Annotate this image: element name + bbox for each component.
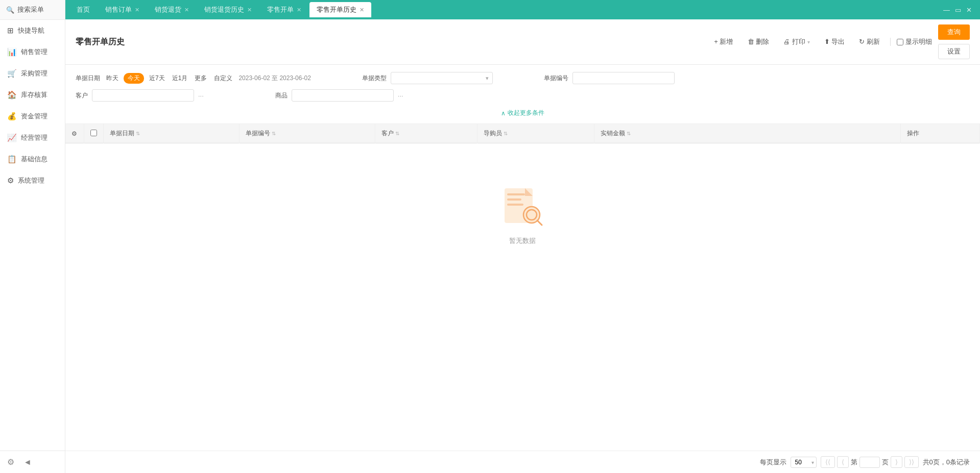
sidebar-search[interactable]: 🔍 搜索采单 — [0, 0, 65, 20]
tab-sales-return-history[interactable]: 销货退货历史 ✕ — [197, 2, 259, 17]
col-settings[interactable]: ⚙ — [65, 124, 84, 143]
toolbar-divider — [890, 38, 891, 46]
table-container: ⚙ 单据日期 ⇅ 单据编号 — [65, 124, 980, 451]
sort-customer-icon: ⇅ — [395, 131, 399, 136]
date-today[interactable]: 今天 — [124, 73, 144, 84]
tab-retail-open-close[interactable]: ✕ — [297, 7, 301, 13]
date-custom[interactable]: 自定义 — [212, 73, 234, 84]
sidebar-item-system[interactable]: ⚙ 系统管理 — [0, 170, 65, 191]
tab-sales-order-close[interactable]: ✕ — [135, 7, 139, 13]
close-window-icon[interactable]: ✕ — [966, 6, 972, 14]
filter-doc-type-group: 单据类型 — [362, 72, 493, 84]
sidebar-item-inventory[interactable]: 🏠 库存核算 — [0, 84, 65, 106]
sidebar-item-basics[interactable]: 📋 基础信息 — [0, 148, 65, 170]
customer-input[interactable] — [92, 89, 194, 102]
print-label: 🖨 打印 — [783, 37, 805, 46]
select-all-checkbox[interactable] — [90, 130, 97, 136]
total-info: 共0页，0条记录 — [923, 458, 970, 467]
goods-more-icon[interactable]: ··· — [398, 92, 403, 99]
page-number-input[interactable]: 1 — [859, 457, 880, 468]
customer-more-icon[interactable]: ··· — [198, 92, 204, 99]
date-yesterday[interactable]: 昨天 — [104, 73, 121, 84]
page-title: 零售开单历史 — [76, 37, 710, 47]
filter-doc-number-group: 单据编号 — [544, 72, 675, 84]
tab-sales-return-close[interactable]: ✕ — [184, 7, 189, 13]
doc-number-input[interactable] — [572, 72, 675, 84]
settings-icon[interactable]: ⚙ — [7, 457, 14, 467]
export-button[interactable]: ⬆ 导出 — [820, 35, 849, 48]
tab-retail-open-history-label: 零售开单历史 — [317, 5, 356, 14]
doc-number-label: 单据编号 — [544, 74, 568, 83]
table-body: 暂无数据 — [65, 143, 980, 277]
operations-icon: 📈 — [7, 133, 17, 142]
query-button[interactable]: 查询 — [938, 24, 970, 40]
col-guide: 导购员 ⇅ — [477, 124, 594, 143]
collapse-filter-button[interactable]: ∧ 收起更多条件 — [501, 107, 544, 119]
doc-type-wrapper — [391, 72, 493, 84]
table-header: ⚙ 单据日期 ⇅ 单据编号 — [65, 124, 980, 143]
tab-retail-open[interactable]: 零售开单 ✕ — [260, 2, 308, 17]
prev-page-button[interactable]: ⟨ — [837, 456, 849, 468]
page-unit-label: 页 — [882, 458, 889, 467]
tab-sales-order[interactable]: 销售订单 ✕ — [98, 2, 147, 17]
tab-sales-return-history-close[interactable]: ✕ — [247, 7, 252, 13]
sort-doc-number[interactable]: 单据编号 ⇅ — [246, 129, 276, 138]
next-page-button[interactable]: ⟩ — [891, 456, 902, 468]
date-week[interactable]: 近7天 — [147, 73, 167, 84]
settings-button[interactable]: 设置 — [938, 44, 970, 59]
goods-label: 商品 — [275, 91, 288, 100]
svg-line-6 — [537, 220, 542, 225]
minimize-icon[interactable]: — — [943, 6, 950, 14]
main-area: 首页 销售订单 ✕ 销货退货 ✕ 销货退货历史 ✕ 零售开单 ✕ 零售开单历史 … — [65, 0, 980, 473]
refresh-button[interactable]: ↻ 刷新 — [855, 35, 884, 48]
sort-amount[interactable]: 实销金额 ⇅ — [601, 129, 631, 138]
col-doc-number-label: 单据编号 — [246, 129, 270, 138]
sidebar-item-label: 基础信息 — [21, 155, 47, 164]
sidebar-item-purchase-mgmt[interactable]: 🛒 采购管理 — [0, 63, 65, 84]
sort-customer[interactable]: 客户 ⇅ — [381, 129, 399, 138]
sidebar-item-quick-nav[interactable]: ⊞ 快捷导航 — [0, 20, 65, 41]
sidebar-item-operations[interactable]: 📈 经营管理 — [0, 127, 65, 148]
page-size-wrapper: 10 20 50 100 — [791, 457, 817, 468]
tab-retail-open-history[interactable]: 零售开单历史 ✕ — [309, 2, 371, 17]
sidebar-bottom: ⚙ ◄ — [0, 451, 65, 473]
print-button[interactable]: 🖨 打印 ▾ — [779, 35, 814, 48]
filter-row-1: 单据日期 昨天 今天 近7天 近1月 更多 自定义 2023-06-02 至 2… — [76, 72, 970, 84]
sidebar-search-label: 搜索采单 — [17, 5, 44, 14]
tab-home[interactable]: 首页 — [69, 2, 97, 17]
restore-icon[interactable]: ▭ — [955, 6, 961, 14]
sort-doc-date[interactable]: 单据日期 ⇅ — [110, 129, 140, 138]
empty-icon — [497, 184, 548, 230]
display-detail-toggle[interactable]: 显示明细 — [897, 37, 932, 46]
display-detail-checkbox[interactable] — [897, 39, 903, 45]
goods-input[interactable] — [292, 89, 394, 102]
sidebar-item-label: 资金管理 — [21, 112, 47, 121]
collapse-sidebar-icon[interactable]: ◄ — [23, 458, 32, 467]
collapse-label: 收起更多条件 — [508, 109, 544, 117]
search-icon: 🔍 — [6, 6, 14, 14]
add-button[interactable]: + 新增 — [710, 35, 737, 48]
date-more[interactable]: 更多 — [193, 73, 209, 84]
tab-sales-return[interactable]: 销货退货 ✕ — [148, 2, 196, 17]
doc-type-select[interactable] — [391, 72, 493, 84]
last-page-button[interactable]: ⟩⟩ — [904, 456, 919, 468]
date-month[interactable]: 近1月 — [170, 73, 190, 84]
col-doc-date: 单据日期 ⇅ — [103, 124, 239, 143]
sidebar-item-finance[interactable]: 💰 资金管理 — [0, 106, 65, 127]
delete-label: 🗑 删除 — [748, 37, 770, 46]
delete-button[interactable]: 🗑 删除 — [744, 35, 774, 48]
print-dropdown-icon[interactable]: ▾ — [807, 39, 810, 45]
filter-goods-group: 商品 ··· — [275, 89, 403, 102]
customer-label: 客户 — [76, 91, 88, 100]
page-header: 零售开单历史 + 新增 🗑 删除 🖨 打印 ▾ ⬆ 导出 ↻ 刷新 — [65, 19, 980, 65]
sort-guide[interactable]: 导购员 ⇅ — [484, 129, 508, 138]
tab-retail-open-history-close[interactable]: ✕ — [360, 7, 364, 13]
filter-date-group: 单据日期 昨天 今天 近7天 近1月 更多 自定义 2023-06-02 至 2… — [76, 73, 311, 84]
filter-customer-group: 客户 ··· — [76, 89, 204, 102]
first-page-button[interactable]: ⟨⟨ — [821, 456, 835, 468]
page-size-select[interactable]: 10 20 50 100 — [791, 457, 817, 468]
sales-icon: 📊 — [7, 47, 17, 57]
tab-sales-return-label: 销货退货 — [155, 5, 181, 14]
sidebar-item-sales-mgmt[interactable]: 📊 销售管理 — [0, 41, 65, 63]
sort-doc-date-icon: ⇅ — [136, 131, 140, 136]
